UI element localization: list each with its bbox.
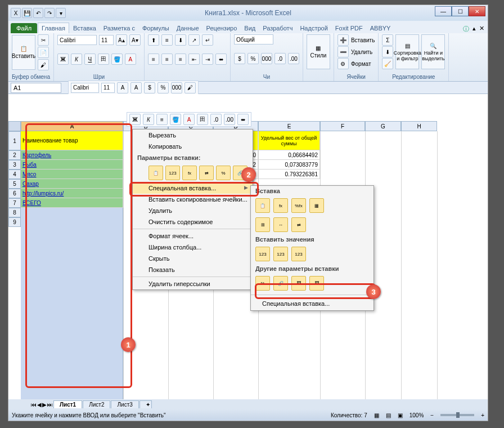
underline-button[interactable]: Ч xyxy=(84,54,96,65)
row-6[interactable]: 6 xyxy=(8,189,21,198)
sub-paste-width-icon[interactable]: ↔ xyxy=(273,217,288,232)
tab-file[interactable]: Файл xyxy=(11,23,37,33)
sub-paste-border-icon[interactable]: ▦ xyxy=(309,198,324,213)
qat-more-icon[interactable]: ▾ xyxy=(56,8,66,18)
sheet-new-icon[interactable]: ✦ xyxy=(140,400,152,408)
mini2-align[interactable]: ≡ xyxy=(156,114,168,125)
sub-paste-nb-icon[interactable]: ⊞ xyxy=(255,217,270,232)
dec-dec-icon[interactable]: .00 xyxy=(288,53,299,64)
cell-A7[interactable]: ВСЕГО xyxy=(21,198,123,208)
insert-cells-button[interactable]: ➕ xyxy=(338,34,349,46)
undo-icon[interactable]: ↶ xyxy=(33,8,43,18)
sub-values-icon[interactable]: 123 xyxy=(255,247,270,261)
mini2-dec-icon[interactable]: .0 xyxy=(210,114,222,125)
clear-icon[interactable]: 🧹 xyxy=(382,58,393,69)
cell-E4[interactable]: 0.793226381 xyxy=(258,170,320,179)
ctx-show[interactable]: Показать xyxy=(133,264,253,275)
paste-percent-icon[interactable]: % xyxy=(216,166,231,180)
ctx-format-cells[interactable]: Формат ячеек... xyxy=(133,230,253,242)
sub-paste-transpose-icon[interactable]: ⇄ xyxy=(291,217,306,232)
orient-icon[interactable]: ↗ xyxy=(188,34,200,46)
row-7[interactable]: 7 xyxy=(8,198,21,208)
percent-icon[interactable]: % xyxy=(248,53,259,64)
doc-close-icon[interactable]: ✕ xyxy=(479,25,484,33)
align-top-icon[interactable]: ⬆ xyxy=(148,34,159,46)
ctx-insert-cells[interactable]: Вставить скопированные ячейки... xyxy=(133,194,253,205)
size-select[interactable] xyxy=(99,35,114,45)
col-G[interactable]: G xyxy=(365,121,401,131)
ctx-paste-special[interactable]: Специальная вставка... xyxy=(133,182,253,194)
format-cells-button[interactable]: ⚙ xyxy=(338,58,349,69)
paste-fx-icon[interactable]: fx xyxy=(182,166,197,180)
mini-grow-icon[interactable]: A xyxy=(117,82,128,93)
italic-button[interactable]: К xyxy=(71,54,82,65)
cell-A2[interactable]: Картофель xyxy=(21,150,123,160)
format-painter-icon[interactable]: 🖌 xyxy=(38,59,49,70)
sub-piclink-icon[interactable]: 🖼 xyxy=(309,276,324,291)
currency-icon[interactable]: $ xyxy=(234,53,245,64)
row-9[interactable]: 9 xyxy=(8,217,21,227)
mini2-font-color-icon[interactable]: A xyxy=(183,114,195,125)
font-select[interactable] xyxy=(57,35,97,45)
tab-foxit[interactable]: Foxit PDF xyxy=(332,23,366,33)
ctx-clear[interactable]: Очистить содержимое xyxy=(133,216,253,228)
paste-values-icon[interactable]: 123 xyxy=(165,166,180,180)
mini-percent-icon[interactable]: % xyxy=(158,82,169,93)
sub-pic-icon[interactable]: 🖼 xyxy=(291,276,306,291)
styles-button[interactable]: ▦Стили xyxy=(307,34,330,69)
tab-insert[interactable]: Вставка xyxy=(70,23,100,33)
mini-shrink-icon[interactable]: A xyxy=(130,82,142,93)
row-1[interactable]: 1 xyxy=(8,131,21,150)
mini2-fill-icon[interactable]: 🪣 xyxy=(170,114,181,125)
comma-icon[interactable]: 000 xyxy=(261,53,272,64)
sheet-tab-2[interactable]: Лист2 xyxy=(83,400,110,408)
ctx-cut[interactable]: Вырезать xyxy=(133,130,253,141)
merge-icon[interactable]: ⬌ xyxy=(215,54,227,65)
cell-A3[interactable]: Рыба xyxy=(21,160,123,170)
paste-button[interactable]: 📋Вставить xyxy=(12,35,35,70)
paste-all-icon[interactable]: 📋 xyxy=(148,166,163,180)
sub-paste-fx-icon[interactable]: fx xyxy=(273,198,288,213)
align-center-icon[interactable]: ≡ xyxy=(161,54,173,65)
grow-font-icon[interactable]: A▴ xyxy=(116,34,127,46)
sheet-nav-prev-icon[interactable]: ◀ xyxy=(37,402,42,408)
ctx-copy[interactable]: Копировать xyxy=(133,141,253,152)
sheet-tab-1[interactable]: Лист1 xyxy=(53,400,82,408)
name-box[interactable] xyxy=(11,83,61,93)
tab-home[interactable]: Главная xyxy=(38,23,69,33)
autosum-icon[interactable]: Σ xyxy=(382,34,393,46)
align-right-icon[interactable]: ≡ xyxy=(175,54,186,65)
cell-A4[interactable]: Мясо xyxy=(21,170,123,179)
mini-font[interactable] xyxy=(71,83,99,93)
col-H[interactable]: H xyxy=(401,121,437,131)
sub-values-sf-icon[interactable]: 123 xyxy=(291,247,306,261)
tab-formulas[interactable]: Формулы xyxy=(139,23,173,33)
tab-data[interactable]: Данные xyxy=(173,23,202,33)
zoom-in-icon[interactable]: + xyxy=(481,412,484,418)
tab-developer[interactable]: Разработч xyxy=(259,23,296,33)
delete-cells-button[interactable]: ➖ xyxy=(338,46,349,57)
select-all[interactable] xyxy=(8,121,21,131)
align-bot-icon[interactable]: ⬇ xyxy=(175,34,186,46)
wrap-icon[interactable]: ↵ xyxy=(202,34,213,46)
mini2-merge-icon[interactable]: ⬌ xyxy=(237,114,249,125)
cell-A6[interactable]: http://lumpics.ru/ xyxy=(21,189,123,198)
find-select-button[interactable]: 🔍Найти и выделить xyxy=(421,34,445,69)
col-E[interactable]: E xyxy=(258,121,320,131)
maximize-button[interactable]: ☐ xyxy=(452,6,469,16)
tab-abbyy[interactable]: ABBYY xyxy=(367,23,394,33)
zoom-slider[interactable] xyxy=(440,414,474,416)
help-icon[interactable]: ⓘ xyxy=(463,25,469,33)
view-layout-icon[interactable]: ▤ xyxy=(386,412,391,418)
mini-size[interactable] xyxy=(101,83,115,93)
number-format-select[interactable] xyxy=(234,34,273,44)
col-A[interactable]: A xyxy=(21,121,123,131)
cut-icon[interactable]: ✂ xyxy=(38,34,49,46)
mini2-border-icon[interactable]: 田 xyxy=(197,114,208,125)
sub-values-nf-icon[interactable]: 123 xyxy=(273,247,288,261)
view-normal-icon[interactable]: ▦ xyxy=(374,412,379,418)
ctx-hide[interactable]: Скрыть xyxy=(133,253,253,264)
sub-paste-all-icon[interactable]: 📋 xyxy=(255,198,270,213)
sheet-nav-last-icon[interactable]: ⏭ xyxy=(47,402,53,408)
row-4[interactable]: 4 xyxy=(8,170,21,179)
